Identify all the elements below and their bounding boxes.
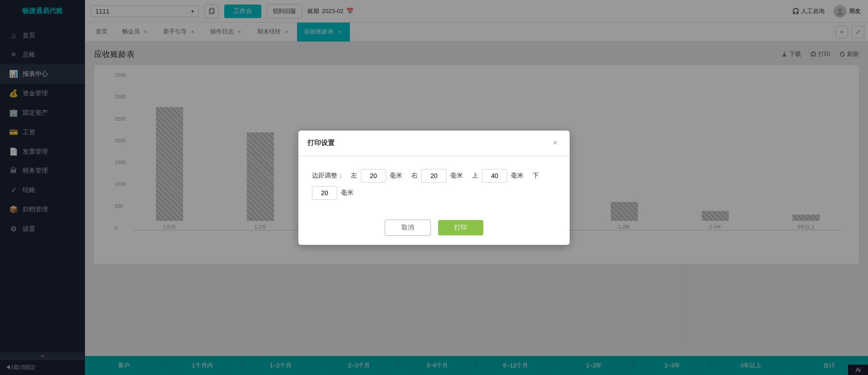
print-settings-dialog: 打印设置 × 边距调整： 左 毫米 右 毫米 上 毫米 下 毫米 取消 打印 [298,131,570,245]
dialog-footer: 取消 打印 [298,212,570,245]
dialog-overlay[interactable]: 打印设置 × 边距调整： 左 毫米 右 毫米 上 毫米 下 毫米 取消 打印 [0,0,868,375]
dialog-header: 打印设置 × [298,131,570,156]
right-margin-input[interactable] [421,169,447,183]
left-unit: 毫米 [390,172,402,180]
bottom-direction-label: 下 [533,172,539,180]
dialog-close-button[interactable]: × [550,138,561,149]
top-margin-input[interactable] [482,169,507,183]
bottom-margin-input[interactable] [312,186,337,200]
confirm-print-button[interactable]: 打印 [438,220,483,235]
bottom-unit: 毫米 [341,189,354,197]
top-direction-label: 上 [472,172,478,180]
right-direction-label: 右 [411,172,418,180]
left-margin-input[interactable] [361,169,386,183]
top-unit: 毫米 [511,172,524,180]
right-unit: 毫米 [450,172,463,180]
dialog-title: 打印设置 [307,139,335,147]
cancel-button[interactable]: 取消 [385,220,431,236]
left-direction-label: 左 [351,172,357,180]
margin-row: 边距调整： 左 毫米 右 毫米 上 毫米 下 毫米 [312,169,556,200]
margin-label: 边距调整： [312,172,344,180]
dialog-body: 边距调整： 左 毫米 右 毫米 上 毫米 下 毫米 [298,156,570,212]
